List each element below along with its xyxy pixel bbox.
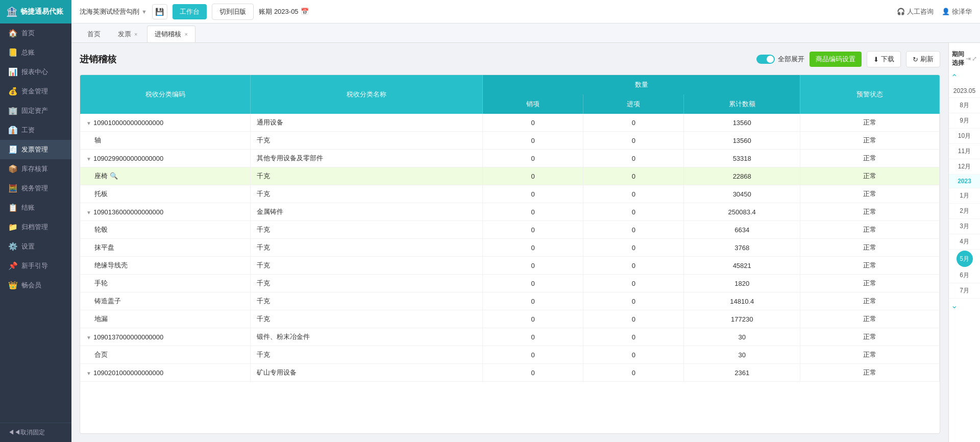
expand-icon[interactable]: ▼ [86, 156, 91, 162]
scroll-up-icon[interactable]: ⌃ [949, 70, 980, 84]
sidebar-footer[interactable]: ◀◀取消固定 [0, 423, 71, 442]
cell-total: 30 [684, 346, 800, 364]
tab-reconcile[interactable]: 进销稽核 × [147, 26, 195, 42]
company-name: 沈海英测试经营勾削 [80, 7, 139, 16]
sidebar-icon-1: 📒 [8, 48, 17, 57]
month-item[interactable]: 8月 [949, 98, 980, 113]
right-panel: 期间选择 ⇥ ⤢ ⌃2023.058月9月10月11月12月20231月2月3月… [948, 43, 980, 442]
expand-icon[interactable]: ▼ [86, 210, 91, 215]
content-area: 进销稽核 全部展开 商品编码设置 ⬇ 下载 ↻ 刷新 [71, 43, 948, 442]
cell-purchase: 0 [583, 346, 684, 364]
main-area: 沈海英测试经营勾削 ▼ 💾 工作台 切到旧版 账期 2023-05 📅 🎧 人工… [71, 0, 980, 442]
sidebar-item-0[interactable]: 🏠首页 [0, 23, 71, 43]
sidebar-item-1[interactable]: 📒总账 [0, 43, 71, 62]
cell-unit: 千克 [251, 239, 483, 257]
sidebar-item-6[interactable]: 🧾发票管理 [0, 140, 71, 159]
cell-tax-name: 通用设备 [251, 114, 483, 132]
cell-sale: 0 [483, 292, 583, 310]
cell-sale: 0 [483, 167, 583, 185]
period-item[interactable]: 2023.05 [949, 84, 980, 98]
expand-toggle[interactable] [756, 55, 775, 64]
month-item[interactable]: 4月 [949, 234, 980, 250]
sidebar-item-11[interactable]: ⚙️设置 [0, 237, 71, 256]
company-selector[interactable]: 沈海英测试经营勾削 ▼ [80, 7, 147, 16]
sidebar-item-10[interactable]: 📁归档管理 [0, 217, 71, 237]
month-item[interactable]: 10月 [949, 129, 980, 144]
sidebar-item-13[interactable]: 👑畅会员 [0, 276, 71, 295]
cell-tax-name: 矿山专用设备 [251, 364, 483, 382]
cell-purchase: 0 [583, 185, 684, 203]
month-item[interactable]: 6月 [949, 268, 980, 283]
sidebar-label-8: 税务管理 [21, 184, 48, 193]
cell-tax-name: 锻件、粉末冶金件 [251, 328, 483, 346]
cell-total: 3768 [684, 239, 800, 257]
save-button[interactable]: 💾 [152, 4, 167, 19]
cell-code: ▼1090100000000000000 [80, 114, 251, 132]
cell-status: 正常 [800, 292, 939, 310]
app-logo: 🏦 畅捷通易代账 [0, 0, 71, 23]
month-item[interactable]: 12月 [949, 159, 980, 175]
month-item[interactable]: 7月 [949, 283, 980, 299]
scroll-down-icon[interactable]: ⌄ [949, 299, 980, 312]
expand-icon[interactable]: ▼ [86, 335, 91, 340]
sidebar-footer-label: ◀◀取消固定 [8, 428, 45, 437]
month-item[interactable]: 11月 [949, 144, 980, 159]
sidebar-label-12: 新手引导 [21, 261, 48, 271]
month-item[interactable]: 9月 [949, 113, 980, 129]
month-item[interactable]: 1月 [949, 188, 980, 204]
search-icon[interactable]: 🔍 [110, 172, 118, 180]
user-icon: 👤 [942, 8, 950, 15]
sidebar-icon-3: 💰 [8, 87, 17, 96]
switch-version-button[interactable]: 切到旧版 [212, 4, 254, 20]
month-item[interactable]: 2月 [949, 204, 980, 219]
sidebar-icon-8: 🧮 [8, 184, 17, 193]
cell-total: 6634 [684, 221, 800, 239]
cell-total: 250083.4 [684, 203, 800, 221]
sidebar-label-0: 首页 [21, 29, 35, 38]
sidebar-item-9[interactable]: 📋结账 [0, 198, 71, 217]
service-button[interactable]: 🎧 人工咨询 [897, 7, 934, 16]
topbar-right: 🎧 人工咨询 👤 徐泽华 [897, 7, 972, 16]
cell-total: 30450 [684, 185, 800, 203]
cell-status: 正常 [800, 132, 939, 150]
cell-purchase: 0 [583, 114, 684, 132]
sidebar-icon-9: 📋 [8, 203, 17, 212]
sidebar-item-2[interactable]: 📊报表中心 [0, 62, 71, 82]
year-label: 2023 [949, 175, 980, 188]
month-item[interactable]: 3月 [949, 219, 980, 234]
sidebar-icon-10: 📁 [8, 223, 17, 232]
workspace-button[interactable]: 工作台 [173, 4, 207, 19]
period-selector[interactable]: 账期 2023-05 📅 [259, 7, 309, 16]
tab-home[interactable]: 首页 [80, 26, 108, 42]
cell-name: 手轮 [80, 275, 251, 292]
col-total: 累计数额 [684, 94, 800, 114]
expand-panel-icon[interactable]: ⇥ [966, 55, 971, 62]
refresh-button[interactable]: ↻ 刷新 [906, 51, 940, 67]
cell-purchase: 0 [583, 364, 684, 382]
cell-total: 14810.4 [684, 292, 800, 310]
sidebar-item-4[interactable]: 🏢固定资产 [0, 101, 71, 120]
tab-reconcile-close[interactable]: × [184, 31, 187, 37]
download-button[interactable]: ⬇ 下载 [867, 51, 901, 67]
cell-code: ▼1090299000000000000 [80, 150, 251, 167]
sidebar-item-7[interactable]: 📦库存核算 [0, 159, 71, 179]
cell-total: 177230 [684, 310, 800, 328]
product-code-button[interactable]: 商品编码设置 [810, 52, 862, 67]
expand-icon[interactable]: ▼ [86, 371, 91, 376]
expand-icon[interactable]: ▼ [86, 120, 91, 126]
cell-status: 正常 [800, 221, 939, 239]
sidebar-label-6: 发票管理 [21, 145, 48, 154]
refresh-label: 刷新 [920, 55, 934, 64]
sidebar-label-2: 报表中心 [21, 67, 48, 77]
cell-sale: 0 [483, 257, 583, 275]
sidebar-item-3[interactable]: 💰资金管理 [0, 82, 71, 101]
sidebar-item-12[interactable]: 📌新手引导 [0, 256, 71, 276]
maximize-icon[interactable]: ⤢ [972, 55, 977, 62]
sidebar-item-5[interactable]: 👔工资 [0, 120, 71, 140]
active-month-item[interactable]: 5月 [957, 251, 973, 267]
tab-invoice-close[interactable]: × [134, 31, 137, 37]
tab-invoice[interactable]: 发票 × [110, 26, 145, 42]
user-menu[interactable]: 👤 徐泽华 [942, 7, 972, 16]
sidebar-item-8[interactable]: 🧮税务管理 [0, 179, 71, 198]
sidebar-nav: 🏠首页📒总账📊报表中心💰资金管理🏢固定资产👔工资🧾发票管理📦库存核算🧮税务管理📋… [0, 23, 71, 423]
